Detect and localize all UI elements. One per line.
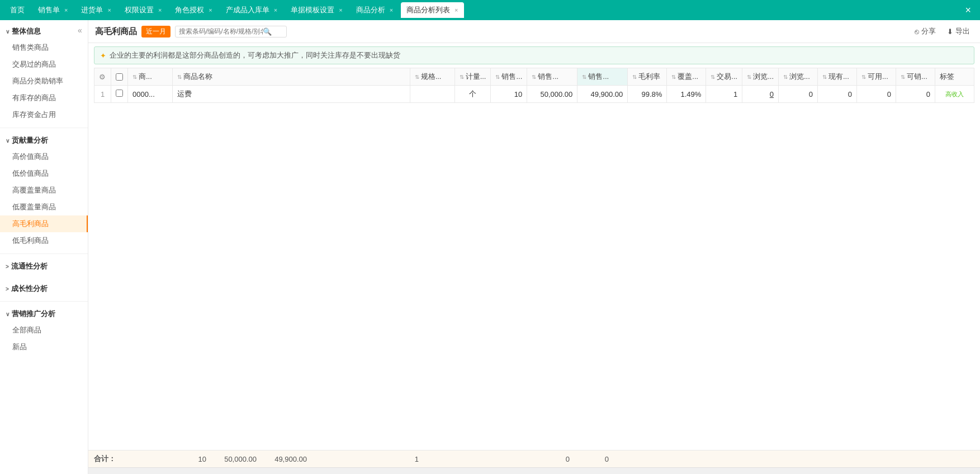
close-tab-role[interactable]: × bbox=[209, 7, 212, 13]
sidebar-item-low-value[interactable]: 低价值商品 bbox=[0, 165, 88, 182]
sidebar-group-contribution-title[interactable]: ∨ 贡献量分析 bbox=[0, 133, 88, 148]
sidebar-collapse-button[interactable]: « bbox=[74, 25, 86, 36]
row-browse2: 0 bbox=[779, 86, 818, 103]
content-area: 高毛利商品 近一月 🔍 ⎋ 分享 ⬇ 导出 ✦ 企业的主要的利润都是这部分商品创… bbox=[88, 20, 980, 474]
table-footer: 合计： 10 50,000.00 49,900.00 1 0 0 bbox=[88, 450, 980, 467]
footer-sale-profit: 49,900.00 bbox=[261, 455, 311, 463]
arrow-icon-4: > bbox=[6, 286, 9, 292]
search-input[interactable] bbox=[179, 27, 263, 35]
sidebar-item-high-value[interactable]: 高价值商品 bbox=[0, 148, 88, 165]
page-title: 高毛利商品 bbox=[95, 26, 137, 37]
table-header-row: ⚙ ⇅ 商... bbox=[94, 68, 974, 86]
row-unit: 个 bbox=[455, 86, 491, 103]
row-sale-profit: 49,900.00 bbox=[577, 86, 628, 103]
settings-icon[interactable]: ⚙ bbox=[99, 73, 106, 81]
row-stock-now: 0 bbox=[818, 86, 857, 103]
footer-trade-count: 1 bbox=[390, 455, 423, 463]
horizontal-scrollbar[interactable] bbox=[88, 467, 980, 474]
col-header-stock-sale: ⇅ 可销... bbox=[896, 68, 935, 86]
footer-stock-sale: 0 bbox=[574, 455, 613, 463]
col-header-tag: 标签 bbox=[935, 68, 974, 86]
sidebar-group-liquidity-title[interactable]: > 流通性分析 bbox=[0, 259, 88, 274]
sidebar-item-high-coverage[interactable]: 高覆盖量商品 bbox=[0, 182, 88, 199]
row-tag: 高收入 bbox=[935, 86, 974, 103]
sidebar-item-traded-goods[interactable]: 交易过的商品 bbox=[0, 56, 88, 73]
close-tab-sales[interactable]: × bbox=[64, 7, 68, 13]
browse1-link[interactable]: 0 bbox=[770, 90, 774, 98]
footer-label: 合计： bbox=[94, 454, 116, 464]
sidebar-item-all-goods[interactable]: 全部商品 bbox=[0, 322, 88, 339]
share-button[interactable]: ⎋ 分享 bbox=[911, 25, 939, 38]
tab-analysis-list[interactable]: 商品分析列表 × bbox=[401, 2, 463, 18]
row-stock-avail: 0 bbox=[857, 86, 896, 103]
sidebar-item-category-rate[interactable]: 商品分类助销率 bbox=[0, 73, 88, 90]
close-tab-product-in[interactable]: × bbox=[274, 7, 277, 13]
table-wrapper[interactable]: ⚙ ⇅ 商... bbox=[94, 68, 974, 450]
sidebar-item-stocked-goods[interactable]: 有库存的商品 bbox=[0, 90, 88, 106]
info-text: 企业的主要的利润都是这部分商品创造的，可考虑加大推广，同时关注库存是不要出现缺货 bbox=[110, 50, 400, 60]
close-tab-analysis-list[interactable]: × bbox=[455, 7, 458, 13]
row-name: 运费 bbox=[173, 86, 410, 103]
table-row: 1 0000... 运费 bbox=[94, 86, 974, 103]
select-all-checkbox[interactable] bbox=[116, 73, 123, 81]
col-header-sale-amount: ⇅ 销售... bbox=[527, 68, 577, 86]
tab-purchase[interactable]: 进货单 × bbox=[75, 2, 116, 18]
col-header-browse1: ⇅ 浏览... bbox=[742, 68, 779, 86]
tab-home[interactable]: 首页 bbox=[4, 2, 30, 18]
content-header: 高毛利商品 近一月 🔍 ⎋ 分享 ⬇ 导出 bbox=[88, 20, 980, 43]
sidebar-item-new-goods[interactable]: 新品 bbox=[0, 339, 88, 355]
sidebar-group-contribution: ∨ 贡献量分析 高价值商品 低价值商品 高覆盖量商品 低覆盖量商品 高毛利商品 … bbox=[0, 129, 88, 252]
tab-sales[interactable]: 销售单 × bbox=[32, 2, 73, 18]
sidebar-item-low-margin[interactable]: 低毛利商品 bbox=[0, 232, 88, 249]
sidebar-item-low-coverage[interactable]: 低覆盖量商品 bbox=[0, 199, 88, 215]
export-button[interactable]: ⬇ 导出 bbox=[944, 25, 973, 38]
filter-month-button[interactable]: 近一月 bbox=[141, 26, 171, 37]
tab-analysis[interactable]: 商品分析 × bbox=[351, 2, 399, 18]
sidebar-group-growth-title[interactable]: > 成长性分析 bbox=[0, 281, 88, 297]
col-header-trade-count: ⇅ 交易... bbox=[706, 68, 742, 86]
col-header-spec: ⇅ 规格... bbox=[410, 68, 455, 86]
row-gross-margin: 99.8% bbox=[628, 86, 667, 103]
footer-values: 10 50,000.00 49,900.00 1 0 0 bbox=[127, 455, 974, 463]
divider-2 bbox=[0, 254, 88, 254]
arrow-icon-3: > bbox=[6, 264, 9, 270]
sidebar: « ∨ 整体信息 销售类商品 交易过的商品 商品分类助销率 有库存的商品 库存资… bbox=[0, 20, 88, 474]
row-check[interactable] bbox=[111, 86, 128, 103]
close-tab-purchase[interactable]: × bbox=[107, 7, 111, 13]
sidebar-group-marketing-title[interactable]: ∨ 营销推广分析 bbox=[0, 306, 88, 322]
share-icon: ⎋ bbox=[915, 27, 919, 36]
footer-sale-amount: 50,000.00 bbox=[211, 455, 261, 463]
divider-3 bbox=[0, 301, 88, 302]
close-tab-permission[interactable]: × bbox=[158, 7, 162, 13]
col-header-sale-profit: ⇅ 销售... bbox=[577, 68, 628, 86]
app-close-button[interactable]: × bbox=[960, 4, 976, 16]
info-bar: ✦ 企业的主要的利润都是这部分商品创造的，可考虑加大推广，同时关注库存是不要出现… bbox=[94, 46, 974, 64]
top-nav: 首页 销售单 × 进货单 × 权限设置 × 角色授权 × 产成品入库单 × 单据… bbox=[0, 0, 980, 20]
col-header-stock-now: ⇅ 现有... bbox=[818, 68, 857, 86]
sidebar-group-overall: ∨ 整体信息 销售类商品 交易过的商品 商品分类助销率 有库存的商品 库存资金占… bbox=[0, 20, 88, 126]
col-header-coverage: ⇅ 覆盖... bbox=[667, 68, 706, 86]
col-header-stock-avail: ⇅ 可用... bbox=[857, 68, 896, 86]
sidebar-item-high-margin[interactable]: 高毛利商品 bbox=[0, 215, 88, 232]
row-stock-sale: 0 bbox=[896, 86, 935, 103]
divider-1 bbox=[0, 128, 88, 128]
col-header-num: ⚙ bbox=[94, 68, 111, 86]
row-trade-count: 1 bbox=[706, 86, 742, 103]
col-header-gross-margin: ⇅ 毛利率 bbox=[628, 68, 667, 86]
tab-permission[interactable]: 权限设置 × bbox=[119, 2, 167, 18]
sidebar-item-stock-capital[interactable]: 库存资金占用 bbox=[0, 106, 88, 123]
col-header-check[interactable] bbox=[111, 68, 128, 86]
col-header-browse2: ⇅ 浏览... bbox=[779, 68, 818, 86]
tab-template[interactable]: 单据模板设置 × bbox=[285, 2, 348, 18]
data-table: ⚙ ⇅ 商... bbox=[94, 68, 974, 103]
tab-product-in[interactable]: 产成品入库单 × bbox=[220, 2, 283, 18]
sidebar-item-sales-goods[interactable]: 销售类商品 bbox=[0, 39, 88, 56]
close-tab-analysis[interactable]: × bbox=[390, 7, 393, 13]
info-icon: ✦ bbox=[100, 51, 106, 60]
search-icon[interactable]: 🔍 bbox=[263, 27, 272, 36]
tab-role[interactable]: 角色授权 × bbox=[169, 2, 217, 18]
close-tab-template[interactable]: × bbox=[339, 7, 342, 13]
sidebar-group-liquidity: > 流通性分析 bbox=[0, 255, 88, 278]
main-layout: « ∨ 整体信息 销售类商品 交易过的商品 商品分类助销率 有库存的商品 库存资… bbox=[0, 20, 980, 474]
row-checkbox[interactable] bbox=[116, 90, 123, 97]
